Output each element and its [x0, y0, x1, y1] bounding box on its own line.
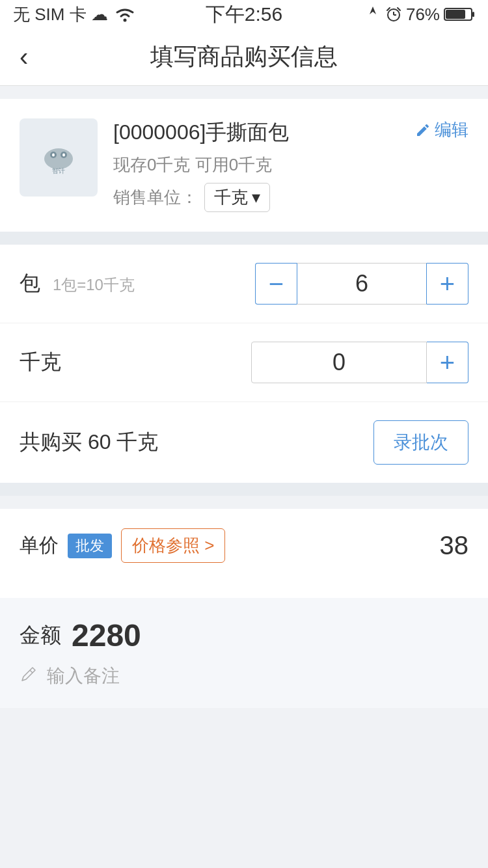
package-row: 包 1包=10千克 − + [0, 245, 488, 323]
batch-tag: 批发 [68, 534, 112, 558]
status-right: 76% [364, 5, 475, 25]
back-button[interactable]: ‹ [20, 42, 28, 72]
kg-row: 千克 + [0, 323, 488, 402]
battery-text: 76% [406, 5, 440, 25]
product-logo-icon: 智计 [39, 138, 78, 177]
battery-icon [444, 6, 475, 23]
status-bar: 无 SIM 卡 ☁ 下午2:56 76% [0, 0, 488, 29]
price-section: 单价 批发 价格参照 > 38 [0, 509, 488, 598]
spacer [0, 708, 488, 868]
product-image: 智计 [20, 118, 98, 197]
unit-dropdown-icon: ▾ [252, 187, 260, 208]
svg-point-10 [52, 154, 55, 157]
package-qty-input[interactable] [297, 263, 427, 305]
note-placeholder[interactable]: 输入备注 [47, 664, 120, 688]
package-label-group: 包 1包=10千克 [20, 269, 255, 298]
amount-value: 2280 [72, 617, 141, 653]
package-label: 包 [20, 271, 40, 295]
price-label: 单价 [20, 532, 59, 559]
unit-select[interactable]: 千克 ▾ [204, 183, 270, 212]
kg-plus-button[interactable]: + [427, 342, 468, 383]
product-name: [0000006]手撕面包 [113, 118, 289, 147]
svg-line-13 [30, 670, 33, 673]
svg-point-7 [44, 148, 73, 169]
status-time: 下午2:56 [206, 1, 282, 28]
edit-label: 编辑 [435, 118, 468, 141]
price-left: 单价 批发 价格参照 > [20, 528, 225, 563]
package-hint: 1包=10千克 [53, 276, 135, 293]
product-stock: 现存0千克 可用0千克 [113, 154, 468, 176]
svg-rect-6 [472, 12, 474, 17]
page-title: 填写商品购买信息 [150, 41, 338, 73]
svg-text:智计: 智计 [52, 167, 65, 174]
no-sim-text: 无 SIM 卡 ☁ [13, 3, 108, 26]
package-minus-button[interactable]: − [255, 263, 297, 305]
total-label: 共购买 60 千克 [20, 428, 158, 457]
kg-label: 千克 [20, 348, 251, 377]
divider-2 [0, 483, 488, 496]
note-icon [20, 666, 39, 686]
kg-qty-control: + [251, 342, 468, 383]
price-value: 38 [440, 531, 469, 560]
amount-section: 金额 2280 输入备注 [0, 598, 488, 708]
nav-bar: ‹ 填写商品购买信息 [0, 29, 488, 86]
location-icon [364, 5, 381, 23]
amount-row: 金额 2280 [20, 617, 468, 653]
svg-point-11 [62, 154, 65, 157]
wifi-icon [113, 6, 137, 23]
divider-1 [0, 232, 488, 245]
edit-button[interactable]: 编辑 [415, 118, 468, 141]
status-left: 无 SIM 卡 ☁ [13, 3, 137, 26]
alarm-icon [385, 6, 402, 23]
batch-button[interactable]: 录批次 [373, 420, 468, 465]
price-row: 单价 批发 价格参照 > 38 [20, 528, 468, 563]
total-row: 共购买 60 千克 录批次 [0, 402, 488, 483]
unit-label: 销售单位： [113, 186, 198, 209]
note-row[interactable]: 输入备注 [20, 664, 468, 688]
product-unit-row: 销售单位： 千克 ▾ [113, 183, 468, 212]
edit-icon [415, 122, 431, 138]
price-ref-button[interactable]: 价格参照 > [121, 528, 225, 563]
svg-rect-5 [446, 10, 465, 19]
amount-label: 金额 [20, 621, 61, 650]
package-plus-button[interactable]: + [427, 263, 468, 305]
unit-value: 千克 [214, 186, 248, 209]
product-info: [0000006]手撕面包 编辑 现存0千克 可用0千克 销售单位： 千克 ▾ [113, 118, 468, 212]
product-card: 智计 [0000006]手撕面包 编辑 现存0千克 可用0千克 销售单位： 千克 [0, 99, 488, 232]
input-section: 包 1包=10千克 − + 千克 + [0, 245, 488, 402]
kg-label-text: 千克 [20, 350, 61, 373]
kg-qty-input[interactable] [251, 342, 427, 383]
package-qty-control: − + [255, 263, 468, 305]
svg-point-0 [123, 19, 126, 22]
